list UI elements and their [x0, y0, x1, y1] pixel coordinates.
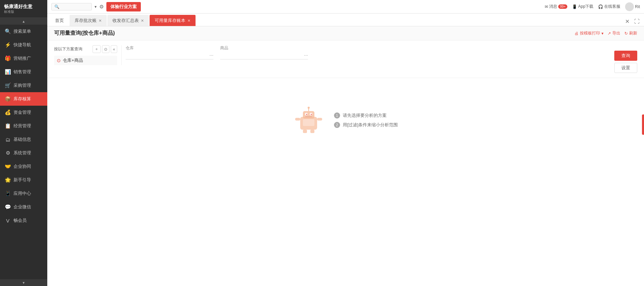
service-icon: 🎧 — [598, 4, 603, 9]
tab-home[interactable]: 首页 — [50, 15, 69, 26]
right-edge-indicator — [642, 114, 644, 135]
tab-available-close[interactable]: ✕ — [187, 19, 190, 23]
tab-available[interactable]: 可用量库存账本 ✕ — [150, 15, 196, 26]
query-button[interactable]: 查询 — [614, 51, 637, 61]
goods-input[interactable] — [220, 53, 303, 58]
sidebar-item-shortcut[interactable]: ⚡ 快捷导航 — [0, 38, 47, 52]
sidebar-label-marketing: 营销推广 — [14, 55, 31, 61]
scheme-item-warehouse-goods[interactable]: ⊙ 仓库+商品 — [54, 56, 117, 65]
hint-text-2: 用[过滤]条件来缩小分析范围 — [343, 122, 398, 128]
sidebar-label-sales: 销售管理 — [14, 69, 31, 75]
page-title-actions: 🖨 按模板打印 ▾ ↗ 导出 ↻ 刷新 — [574, 30, 637, 36]
tab-batch-label: 库存批次账 — [75, 18, 97, 24]
tab-available-label: 可用量库存账本 — [155, 18, 185, 24]
svg-point-7 — [308, 107, 310, 109]
sidebar-item-basic[interactable]: 🗂 基础信息 — [0, 133, 47, 146]
search-icon-small: 🔍 — [54, 4, 59, 9]
app-download-label: App下载 — [578, 4, 593, 9]
sidebar-item-enterprise[interactable]: 🤝 企业协同 — [0, 160, 47, 173]
member-icon: V — [5, 218, 11, 224]
hint-text-1: 请先选择要分析的方案 — [343, 112, 387, 119]
settings-scheme-btn[interactable]: ⊙ — [102, 45, 109, 53]
main-area: 🔍 ▾ ⚙ 体验行业方案 ✉ 消息 99+ 📱 App下载 🎧 在线客服 Rit — [47, 0, 644, 286]
add-scheme-btn[interactable]: ＋ — [93, 45, 101, 53]
app-download-icon: 📱 — [572, 4, 577, 9]
sidebar-item-search[interactable]: 🔍 搜索菜单 — [0, 25, 47, 38]
message-badge: 99+ — [558, 4, 567, 9]
sidebar-item-sales[interactable]: 📊 销售管理 — [0, 65, 47, 79]
user-avatar-area[interactable]: Rit — [625, 2, 640, 11]
trial-btn[interactable]: 体验行业方案 — [106, 2, 141, 11]
sidebar-label-newbie: 新手引导 — [14, 177, 31, 183]
header-right: ✉ 消息 99+ 📱 App下载 🎧 在线客服 Rit — [545, 2, 640, 11]
tab-expand-btn[interactable]: ⛶ — [633, 18, 641, 25]
sidebar-label-basic: 基础信息 — [14, 136, 31, 142]
inventory-icon: 📦 — [5, 96, 11, 102]
sidebar-item-wechat[interactable]: 💬 企业微信 — [0, 200, 47, 214]
search-input[interactable] — [61, 4, 88, 9]
header-search-box[interactable]: 🔍 — [51, 3, 92, 10]
app-name: 畅康通好生意 — [4, 3, 43, 9]
export-label: 导出 — [612, 30, 620, 36]
sidebar: 畅康通好生意 标准版 ▲ 🔍 搜索菜单 ⚡ 快捷导航 🎁 营销推广 📊 销售管理… — [0, 0, 47, 286]
tab-batch-close[interactable]: ✕ — [99, 19, 102, 23]
page-title: 可用量查询(按仓库+商品) — [54, 30, 115, 37]
sidebar-label-wechat: 企业微信 — [14, 204, 31, 210]
sidebar-label-appcenter: 应用中心 — [14, 190, 31, 197]
warehouse-input[interactable] — [126, 53, 208, 58]
search-icon: 🔍 — [5, 28, 11, 34]
warehouse-dots-btn[interactable]: ··· — [209, 52, 213, 58]
collapse-scheme-btn[interactable]: « — [111, 45, 117, 53]
filter-scheme-label: 按以下方案查询 — [54, 46, 82, 52]
filter-fields: 仓库 ··· 商品 ··· — [126, 45, 610, 59]
tab-batch[interactable]: 库存批次账 ✕ — [70, 15, 107, 26]
tab-summary[interactable]: 收发存汇总表 ✕ — [107, 15, 149, 26]
print-button[interactable]: 🖨 按模板打印 ▾ — [574, 30, 603, 36]
sidebar-item-appcenter[interactable]: 📱 应用中心 — [0, 187, 47, 200]
sidebar-scroll-up[interactable]: ▲ — [0, 18, 47, 25]
newbie-icon: 🌟 — [5, 177, 11, 183]
sidebar-item-operations[interactable]: 📋 经营管理 — [0, 119, 47, 133]
service-button[interactable]: 🎧 在线客服 — [598, 4, 620, 9]
sidebar-label-purchase: 采购管理 — [14, 82, 31, 88]
tab-close-all-btn[interactable]: ✕ — [623, 18, 631, 25]
message-label: 消息 — [549, 4, 557, 9]
filter-scheme-panel: 按以下方案查询 ＋ ⊙ « ⊙ 仓库+商品 — [54, 45, 122, 65]
empty-state-content: 1 请先选择要分析的方案 2 用[过滤]条件来缩小分析范围 — [293, 105, 398, 135]
hint-num-2: 2 — [334, 122, 340, 128]
sidebar-item-inventory[interactable]: 📦 库存核算 — [0, 92, 47, 106]
scheme-icon: ⊙ — [57, 58, 61, 63]
header-dropdown-button[interactable]: ▾ — [95, 4, 97, 9]
export-button[interactable]: ↗ 导出 — [608, 30, 620, 36]
sidebar-scroll-down[interactable]: ▼ — [0, 279, 47, 286]
appcenter-icon: 📱 — [5, 190, 11, 197]
warehouse-field-label: 仓库 — [126, 45, 213, 51]
header-gear-button[interactable]: ⚙ — [99, 4, 104, 10]
warehouse-field-input-wrapper: ··· — [126, 52, 213, 59]
sidebar-label-system: 系统管理 — [14, 150, 31, 156]
wechat-icon: 💬 — [5, 204, 11, 210]
tab-summary-close[interactable]: ✕ — [141, 19, 144, 23]
message-button[interactable]: ✉ 消息 99+ — [545, 4, 567, 9]
sidebar-label-operations: 经营管理 — [14, 123, 31, 129]
empty-state-illustration — [293, 105, 324, 135]
tab-right-buttons: ✕ ⛶ — [623, 18, 641, 26]
sidebar-item-finance[interactable]: 💰 资金管理 — [0, 106, 47, 119]
filter-scheme-actions: ＋ ⊙ « — [93, 45, 117, 53]
message-icon: ✉ — [545, 4, 548, 9]
sidebar-item-purchase[interactable]: 🛒 采购管理 — [0, 79, 47, 92]
sidebar-label-search: 搜索菜单 — [14, 28, 31, 34]
print-dropdown-icon[interactable]: ▾ — [601, 31, 603, 36]
enterprise-icon: 🤝 — [5, 163, 11, 170]
settings-button[interactable]: 设置 — [614, 63, 637, 73]
refresh-button[interactable]: ↻ 刷新 — [624, 30, 637, 36]
svg-point-5 — [311, 114, 312, 115]
app-download-button[interactable]: 📱 App下载 — [572, 4, 593, 9]
sidebar-item-system[interactable]: ⚙ 系统管理 — [0, 146, 47, 160]
finance-icon: 💰 — [5, 109, 11, 115]
sidebar-item-member[interactable]: V 畅会员 — [0, 214, 47, 227]
empty-hint-1: 1 请先选择要分析的方案 — [334, 112, 398, 119]
goods-dots-btn[interactable]: ··· — [304, 52, 308, 58]
sidebar-item-newbie[interactable]: 🌟 新手引导 — [0, 173, 47, 187]
sidebar-item-marketing[interactable]: 🎁 营销推广 — [0, 52, 47, 65]
